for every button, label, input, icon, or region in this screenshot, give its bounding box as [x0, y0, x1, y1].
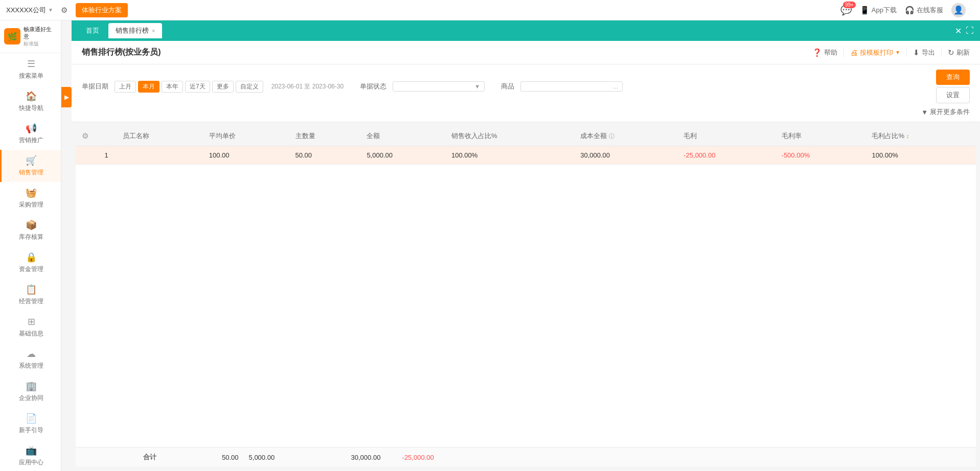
column-settings-icon[interactable]: ⚙: [82, 131, 88, 141]
row-gross: -25,000.00: [677, 146, 775, 165]
col-rank: [96, 126, 117, 146]
quick-nav-icon: 🏠: [26, 91, 37, 102]
sidebar-item-system-mgmt[interactable]: ☁ 系统管理: [0, 343, 61, 375]
data-table: ⚙ 员工名称 平均单价: [76, 126, 976, 165]
purchase-mgmt-icon: 🧺: [26, 187, 37, 198]
query-button[interactable]: 查询: [936, 70, 970, 85]
sidebar-label-search-orders: 搜索菜单: [19, 72, 43, 80]
top-bar-right: 💬 99+ 📱 App下载 🎧 在线客服 👤: [840, 3, 974, 17]
table-area: ⚙ 员工名称 平均单价: [76, 126, 976, 467]
trial-button[interactable]: 体验行业方案: [76, 3, 128, 17]
notification-badge: 99+: [843, 2, 856, 8]
row-cost: 30,000.00: [574, 146, 677, 165]
status-select-arrow: ▼: [474, 83, 480, 89]
sidebar-item-purchase-mgmt[interactable]: 🧺 采购管理: [0, 182, 61, 214]
settings-icon[interactable]: ⚙: [57, 3, 72, 17]
col-gross-rate: 毛利率: [776, 126, 866, 146]
company-selector[interactable]: XXXXXX公司 ▼: [6, 6, 53, 15]
row-gross-rate: -500.00%: [776, 146, 866, 165]
cost-info-icon[interactable]: ⓘ: [609, 132, 614, 140]
main-layout: 🌿 畅康通好生意 标准版 ☰ 搜索菜单 🏠 快捷导航 📢 营销推广 🛒 销售管理…: [0, 20, 980, 471]
date-quick-buttons: 上月 本月 本年 近7天 更多 自定义: [115, 81, 263, 93]
app-download-btn[interactable]: 📱 App下载: [860, 6, 897, 15]
enterprise-collab-icon: 🏢: [26, 380, 37, 392]
finance-icon: 🔒: [26, 252, 37, 263]
online-service-btn[interactable]: 🎧 在线客服: [905, 6, 943, 15]
tab-close-icon[interactable]: ×: [152, 28, 155, 34]
divider3: [941, 49, 942, 57]
sidebar-expand-arrow[interactable]: ▶: [61, 87, 72, 107]
col-sales-pct: 销售收入占比%: [445, 126, 574, 146]
row-qty: 50.00: [289, 146, 361, 165]
col-qty: 主数量: [289, 126, 361, 146]
query-area: 查询 设置: [936, 70, 970, 103]
refresh-btn[interactable]: ↻ 刷新: [948, 48, 970, 57]
sidebar-item-search-orders[interactable]: ☰ 搜索菜单: [0, 53, 61, 85]
sidebar-item-quick-nav[interactable]: 🏠 快捷导航: [0, 85, 61, 118]
help-btn[interactable]: ❓ 帮助: [812, 48, 837, 57]
status-select[interactable]: ▼: [393, 81, 485, 92]
content-with-arrow: ▶ 首页 销售排行榜 × ✕ ⛶ 销售排行榜(按业务员): [61, 20, 980, 471]
sidebar-label-system-mgmt: 系统管理: [19, 362, 43, 370]
row-rank: 1: [96, 146, 117, 165]
settings-button[interactable]: 设置: [936, 87, 970, 103]
sidebar-item-marketing[interactable]: 📢 营销推广: [0, 118, 61, 150]
main-content: 首页 销售排行榜 × ✕ ⛶ 销售排行榜(按业务员) ❓: [72, 20, 980, 471]
tab-sales-ranking[interactable]: 销售排行榜 ×: [108, 23, 162, 38]
operations-icon: 📋: [26, 284, 37, 295]
logo-icon: 🌿: [4, 28, 20, 44]
row-employee: [117, 146, 203, 165]
user-avatar[interactable]: 👤: [951, 3, 966, 17]
notification-area[interactable]: 💬 99+: [840, 5, 852, 16]
sidebar-item-beginner-guide[interactable]: 📄 新手引导: [0, 408, 61, 440]
expand-filter-btn[interactable]: ▼ 展开更多条件: [921, 107, 970, 117]
tab-home[interactable]: 首页: [78, 23, 107, 38]
sidebar-label-operations: 经营管理: [19, 297, 43, 306]
tab-bar-expand-icon[interactable]: ⛶: [966, 26, 974, 36]
gross-pct-sort-icon[interactable]: ↕: [906, 133, 909, 139]
company-name: XXXXXX公司: [6, 6, 46, 15]
filter-row-1: 单据日期 上月 本月 本年 近7天 更多 自定义 2023-06-01 至 20…: [82, 70, 970, 103]
print-btn[interactable]: 🖨 按模板打印 ▼: [850, 48, 900, 57]
sidebar-item-finance[interactable]: 🔒 资金管理: [0, 246, 61, 279]
sidebar: 🌿 畅康通好生意 标准版 ☰ 搜索菜单 🏠 快捷导航 📢 营销推广 🛒 销售管理…: [0, 20, 61, 471]
sidebar-item-inventory[interactable]: 📦 库存核算: [0, 214, 61, 246]
export-icon: ⬇: [913, 48, 920, 57]
goods-input[interactable]: …: [520, 81, 623, 92]
export-btn[interactable]: ⬇ 导出: [913, 48, 935, 57]
sidebar-item-sales-mgmt[interactable]: 🛒 销售管理: [0, 150, 61, 182]
col-settings: ⚙: [76, 126, 96, 146]
sidebar-item-basic-info[interactable]: ⊞ 基础信息: [0, 311, 61, 343]
tab-bar-right: ✕ ⛶: [955, 26, 974, 36]
expand-down-icon: ▼: [921, 108, 928, 116]
row-amount: 5,000.00: [360, 146, 445, 165]
col-cost: 成本全额 ⓘ: [574, 126, 677, 146]
table-header-row: ⚙ 员工名称 平均单价: [76, 126, 976, 146]
row-sales-pct: 100.00%: [445, 146, 574, 165]
table-row: 1 100.00 50.00: [76, 146, 976, 165]
page-header-actions: ❓ 帮助 🖨 按模板打印 ▼ ⬇ 导出: [812, 48, 970, 57]
app-download-icon: 📱: [860, 6, 870, 15]
headset-icon: 🎧: [905, 6, 915, 15]
date-btn-more[interactable]: 更多: [212, 81, 234, 93]
sidebar-item-operations[interactable]: 📋 经营管理: [0, 279, 61, 311]
date-btn-this-month[interactable]: 本月: [138, 81, 159, 93]
row-avg-price: 100.00: [203, 146, 289, 165]
date-btn-this-year[interactable]: 本年: [162, 81, 183, 93]
system-mgmt-icon: ☁: [27, 348, 36, 360]
col-amount: 全额: [360, 126, 445, 146]
col-gross-pct: 毛利占比% ↕: [865, 126, 976, 146]
sidebar-label-inventory: 库存核算: [19, 233, 43, 241]
beginner-guide-icon: 📄: [26, 413, 37, 424]
footer-label: 合计: [143, 453, 156, 462]
tab-bar-close-icon[interactable]: ✕: [955, 26, 962, 36]
sidebar-item-app-center[interactable]: 📺 应用中心: [0, 440, 61, 471]
date-btn-7days[interactable]: 近7天: [185, 81, 210, 93]
date-btn-custom[interactable]: 自定义: [236, 81, 263, 93]
footer-cost: 30,000.00: [351, 454, 392, 461]
sales-mgmt-icon: 🛒: [26, 155, 37, 166]
sidebar-logo: 🌿 畅康通好生意 标准版: [0, 20, 61, 53]
sidebar-item-enterprise-collab[interactable]: 🏢 企业协同: [0, 375, 61, 408]
filter-row-2: ▼ 展开更多条件: [82, 107, 970, 117]
date-btn-last-month[interactable]: 上月: [115, 81, 136, 93]
